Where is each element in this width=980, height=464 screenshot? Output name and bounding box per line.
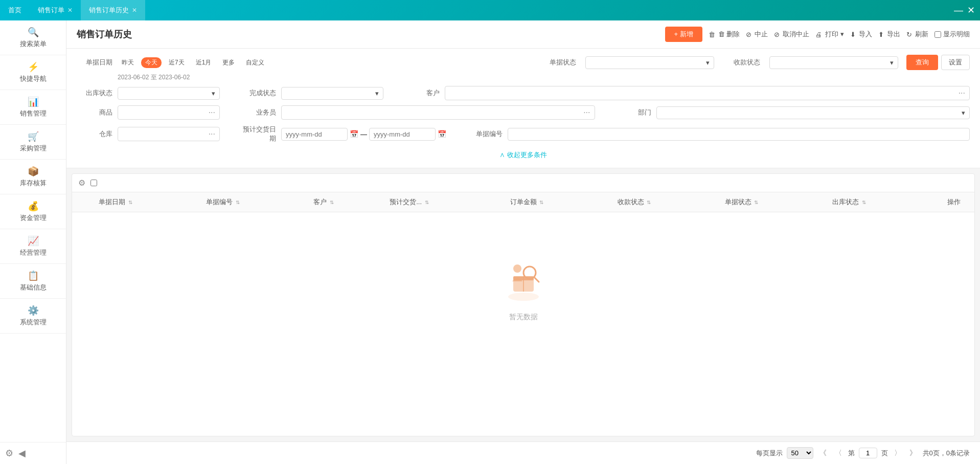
customer-dots-icon[interactable]: ··· <box>959 89 965 98</box>
sidebar-item-system-mgmt[interactable]: ⚙️ 系统管理 <box>0 299 66 334</box>
tab-sales-order-history[interactable]: 销售订单历史 ✕ <box>81 0 145 20</box>
sort-customer-icon: ⇅ <box>330 200 334 205</box>
tab-close-history[interactable]: ✕ <box>132 7 137 14</box>
warehouse-dots-icon[interactable]: ··· <box>209 129 215 139</box>
date-tab-today[interactable]: 今天 <box>141 57 162 68</box>
sidebar-item-inventory[interactable]: 📦 库存核算 <box>0 160 66 194</box>
department-select[interactable]: ▾ <box>656 106 970 119</box>
th-date[interactable]: 单据日期 ⇅ <box>93 192 200 212</box>
window-close-icon[interactable]: ✕ <box>967 5 975 16</box>
sidebar-settings-icon[interactable]: ⚙ <box>5 448 13 459</box>
payment-status-select[interactable]: ▾ <box>769 56 898 69</box>
order-status-select[interactable]: ▾ <box>585 56 714 69</box>
th-amount[interactable]: 订单金额 ⇅ <box>504 192 611 212</box>
import-button[interactable]: ⬇ 导入 <box>850 30 872 39</box>
purchase-mgmt-icon: 🛒 <box>28 131 39 142</box>
th-number[interactable]: 单据编号 ⇅ <box>200 192 307 212</box>
next-page-button[interactable]: 〉 <box>892 449 903 458</box>
empty-text: 暂无数据 <box>509 313 538 322</box>
page-number-input[interactable] <box>859 448 877 458</box>
filter-collapse-button[interactable]: ∧ 收起更多条件 <box>77 148 970 162</box>
pagination: 每页显示 50 10 20 100 《 〈 第 页 〉 》 共0页，0条记录 <box>66 441 980 464</box>
th-customer[interactable]: 客户 ⇅ <box>307 192 383 212</box>
date-range-display: 2023-06-02 至 2023-06-02 <box>77 73 970 82</box>
product-label: 商品 <box>77 108 118 117</box>
query-button[interactable]: 查询 <box>906 55 938 70</box>
delete-button[interactable]: 🗑 🗑 删除 <box>709 30 740 39</box>
product-dots-icon[interactable]: ··· <box>209 108 215 117</box>
date-label: 单据日期 <box>77 58 118 67</box>
order-number-input[interactable] <box>508 128 970 141</box>
th-payment-status[interactable]: 收款状态 ⇅ <box>611 192 719 212</box>
date-tab-yesterday[interactable]: 昨天 <box>118 57 138 68</box>
th-order-status[interactable]: 单据状态 ⇅ <box>719 192 826 212</box>
svg-point-0 <box>508 293 539 301</box>
per-page-select[interactable]: 50 10 20 100 <box>787 447 813 459</box>
display-cols-toggle[interactable]: 显示明细 <box>935 30 970 39</box>
settings-button[interactable]: 设置 <box>941 55 970 70</box>
tab-sales-order[interactable]: 销售订单 ✕ <box>30 0 81 20</box>
completion-status-select[interactable]: ▾ <box>281 87 383 100</box>
th-delivery-status[interactable]: 出库状态 ⇅ <box>826 192 933 212</box>
sort-order-status-icon: ⇅ <box>754 200 758 205</box>
product-input[interactable]: ··· <box>118 105 220 120</box>
date-tab-more[interactable]: 更多 <box>218 57 239 68</box>
sidebar-item-quick-nav[interactable]: ⚡ 快捷导航 <box>0 55 66 90</box>
sidebar-item-basic-info[interactable]: 📋 基础信息 <box>0 264 66 299</box>
select-all-checkbox[interactable] <box>90 180 97 186</box>
finance-icon: 💰 <box>28 201 39 212</box>
th-delivery[interactable]: 预计交货... ⇅ <box>383 192 504 212</box>
sort-number-icon: ⇅ <box>236 200 240 205</box>
prev-page-button[interactable]: 〈 <box>833 449 844 458</box>
empty-illustration <box>498 253 549 304</box>
tab-close-sales-order[interactable]: ✕ <box>67 7 73 14</box>
sidebar-collapse-icon[interactable]: ◀ <box>18 448 26 459</box>
quick-nav-icon: ⚡ <box>28 61 39 73</box>
sidebar-item-purchase-mgmt[interactable]: 🛒 采购管理 <box>0 125 66 160</box>
operations-icon: 📈 <box>28 235 39 247</box>
sidebar-item-finance[interactable]: 💰 资金管理 <box>0 194 66 229</box>
customer-input[interactable]: ··· <box>445 86 970 100</box>
page-label: 第 <box>848 449 855 458</box>
delivery-status-select[interactable]: ▾ <box>118 87 220 100</box>
print-button[interactable]: 🖨 打印 ▾ <box>815 30 844 39</box>
date-tab-last1m[interactable]: 近1月 <box>192 57 216 68</box>
sidebar-item-operations[interactable]: 📈 经营管理 <box>0 229 66 264</box>
payment-status-label: 收款状态 <box>724 58 765 67</box>
sidebar-item-search-menu[interactable]: 🔍 搜索菜单 <box>0 20 66 55</box>
sidebar-item-sales-mgmt[interactable]: 📊 销售管理 <box>0 90 66 125</box>
table-settings-icon[interactable]: ⚙ <box>78 178 85 188</box>
date-tab-custom[interactable]: 自定义 <box>242 57 268 68</box>
new-button[interactable]: + 新增 <box>665 27 702 42</box>
total-info: 共0页，0条记录 <box>923 449 970 458</box>
cancel-stop-button[interactable]: ⊘ 取消中止 <box>774 30 809 39</box>
stop-button[interactable]: ⊘ 中止 <box>746 30 768 39</box>
last-page-button[interactable]: 》 <box>907 449 919 458</box>
date-tabs: 昨天 今天 近7天 近1月 更多 自定义 <box>118 57 268 68</box>
refresh-button[interactable]: ↻ 刷新 <box>906 30 928 39</box>
window-minimize-icon[interactable]: — <box>954 5 963 16</box>
delivery-date-start-input[interactable] <box>281 128 348 141</box>
export-icon: ⬆ <box>878 31 884 38</box>
display-cols-checkbox[interactable] <box>935 31 941 38</box>
table-header-row: 单据日期 ⇅ 单据编号 ⇅ 客户 ⇅ 预计交货... <box>72 192 974 212</box>
filter-row-4: 仓库 ··· 预计交货日期 📅 — 📅 单据编号 <box>77 125 970 143</box>
export-button[interactable]: ⬆ 导出 <box>878 30 900 39</box>
inventory-icon: 📦 <box>28 166 39 177</box>
filter-row-2: 出库状态 ▾ 完成状态 ▾ 客户 ··· <box>77 86 970 100</box>
date-tab-last7[interactable]: 近7天 <box>165 57 189 68</box>
first-page-button[interactable]: 《 <box>817 449 829 458</box>
filter-row-3: 商品 ··· 业务员 ··· 部门 ▾ <box>77 105 970 120</box>
cal-start-icon[interactable]: 📅 <box>350 130 358 138</box>
salesperson-input[interactable]: ··· <box>281 105 595 120</box>
import-icon: ⬇ <box>850 31 856 38</box>
salesperson-dots-icon[interactable]: ··· <box>583 108 590 117</box>
warehouse-input[interactable]: ··· <box>118 127 220 141</box>
tab-home[interactable]: 首页 <box>0 0 30 20</box>
cal-end-icon[interactable]: 📅 <box>438 130 446 138</box>
sidebar: 🔍 搜索菜单 ⚡ 快捷导航 📊 销售管理 🛒 采购管理 📦 库存核算 💰 资金管… <box>0 20 66 464</box>
delivery-date-end-input[interactable] <box>369 128 436 141</box>
sort-payment-icon: ⇅ <box>647 200 651 205</box>
delivery-date-group: 📅 — 📅 <box>281 128 446 141</box>
department-chevron: ▾ <box>962 109 965 117</box>
